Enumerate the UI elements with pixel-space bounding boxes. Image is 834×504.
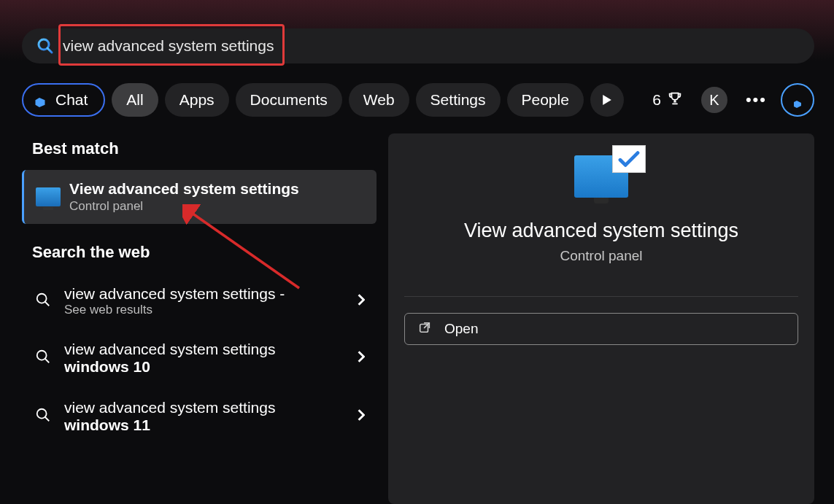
svg-point-4	[37, 351, 47, 360]
search-icon	[34, 407, 53, 426]
filter-apps[interactable]: Apps	[165, 83, 229, 117]
web-result-line2: windows 11	[64, 416, 346, 434]
filter-label: Settings	[430, 91, 486, 109]
trophy-icon	[667, 90, 683, 110]
profile-avatar[interactable]: K	[701, 87, 727, 113]
search-icon	[34, 292, 53, 311]
bing-button[interactable]	[781, 83, 814, 117]
ellipsis-icon: •••	[746, 90, 767, 109]
search-web-header: Search the web	[22, 237, 377, 274]
filter-label: Documents	[250, 91, 328, 109]
details-subtitle: Control panel	[560, 248, 642, 264]
filter-settings[interactable]: Settings	[416, 83, 501, 117]
web-result-item[interactable]: view advanced system settings windows 11	[22, 387, 377, 446]
web-result-item[interactable]: view advanced system settings - See web …	[22, 274, 377, 329]
bing-icon	[789, 91, 806, 109]
svg-line-1	[47, 48, 52, 53]
filter-scroll-right[interactable]	[590, 83, 624, 117]
results-list: Best match View advanced system settings…	[22, 133, 377, 504]
control-panel-monitor-icon	[36, 187, 61, 206]
more-options[interactable]: •••	[746, 90, 767, 109]
bing-chat-icon	[31, 89, 50, 112]
best-match-item[interactable]: View advanced system settings Control pa…	[22, 170, 377, 224]
web-result-line1: view advanced system settings -	[64, 285, 346, 303]
web-result-line1: view advanced system settings	[64, 341, 346, 358]
results-panels: Best match View advanced system settings…	[22, 133, 814, 504]
filter-label: All	[126, 91, 143, 109]
search-icon	[36, 37, 54, 55]
rewards-counter[interactable]: 6	[652, 90, 683, 110]
filter-web[interactable]: Web	[349, 83, 409, 117]
filter-chat[interactable]: Chat	[22, 83, 105, 117]
svg-line-7	[45, 417, 50, 422]
play-icon	[602, 95, 612, 105]
rewards-count: 6	[652, 91, 661, 109]
filter-documents[interactable]: Documents	[236, 83, 342, 117]
filter-people[interactable]: People	[507, 83, 584, 117]
chevron-right-icon	[358, 351, 365, 366]
checkmark-badge-icon	[612, 145, 646, 173]
chevron-right-icon	[358, 294, 365, 309]
filter-label: People	[522, 91, 569, 109]
web-result-line2: windows 10	[64, 358, 346, 376]
best-match-title: View advanced system settings	[69, 180, 299, 198]
svg-line-5	[45, 359, 50, 363]
filter-row: Chat All Apps Documents Web Settings Peo…	[22, 82, 814, 118]
filter-label: Apps	[179, 91, 215, 109]
filter-label: Chat	[55, 91, 88, 109]
web-result-item[interactable]: view advanced system settings windows 10	[22, 329, 377, 387]
search-input[interactable]	[63, 37, 800, 55]
details-panel: View advanced system settings Control pa…	[388, 133, 814, 504]
filter-label: Web	[363, 91, 395, 109]
web-result-line1: view advanced system settings	[64, 399, 346, 416]
svg-point-6	[37, 409, 47, 419]
details-title: View advanced system settings	[464, 220, 738, 242]
details-icon	[574, 155, 628, 203]
search-bar[interactable]	[22, 28, 814, 63]
profile-letter: K	[709, 92, 719, 109]
svg-line-3	[45, 302, 50, 306]
chevron-right-icon	[358, 409, 365, 424]
divider	[404, 296, 798, 297]
search-icon	[34, 349, 53, 368]
best-match-header: Best match	[22, 133, 377, 170]
filter-all[interactable]: All	[112, 83, 158, 117]
open-label: Open	[444, 321, 478, 337]
open-button[interactable]: Open	[404, 313, 798, 345]
open-external-icon	[418, 321, 431, 338]
best-match-subtitle: Control panel	[69, 199, 299, 214]
svg-point-2	[37, 294, 47, 303]
web-result-line2: See web results	[64, 303, 346, 317]
